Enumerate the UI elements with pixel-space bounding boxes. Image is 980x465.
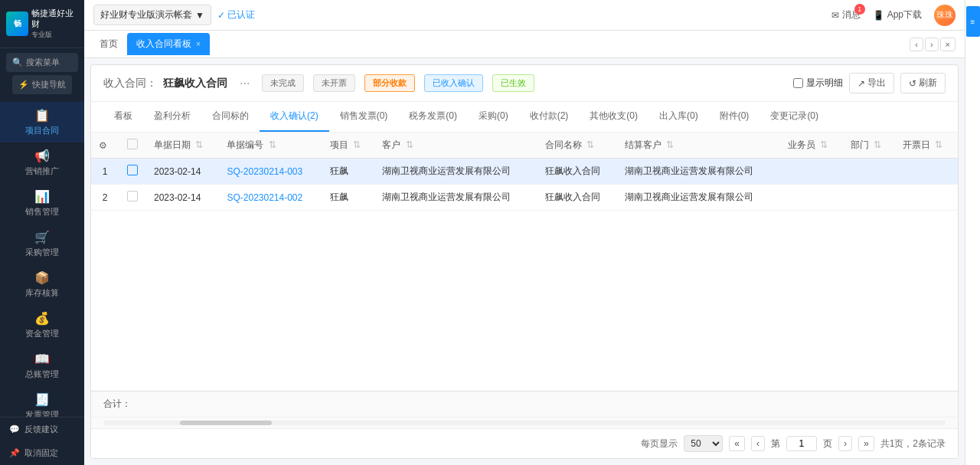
active-tab[interactable]: 收入合同看板 × xyxy=(127,33,210,55)
logo-icon: 畅 xyxy=(6,11,28,36)
user-avatar[interactable]: 珠珠 xyxy=(934,5,956,26)
logo-subtitle: 专业版 xyxy=(31,30,78,40)
tab-contract-items[interactable]: 合同标的 xyxy=(201,102,260,132)
pagination: 每页显示 50 10 20 100 « ‹ 第 页 › » 共1页，2条记录 xyxy=(91,428,958,458)
next-page-button[interactable]: › xyxy=(838,436,852,451)
tab-purchase[interactable]: 采购(0) xyxy=(468,102,519,132)
tab-income-confirm[interactable]: 收入确认(2) xyxy=(260,102,329,132)
quick-nav-button[interactable]: ⚡ 快捷导航 xyxy=(12,75,72,94)
tab-other-income[interactable]: 其他收支(0) xyxy=(579,102,648,132)
logo-text: 畅捷通好业财 xyxy=(31,8,78,30)
row2-number-link[interactable]: SQ-20230214-002 xyxy=(227,192,302,203)
header-checkbox[interactable] xyxy=(127,139,138,149)
tab-close-all-button[interactable]: × xyxy=(940,38,956,51)
tab-tax-invoice[interactable]: 税务发票(0) xyxy=(398,102,468,132)
col-settle-customer-sort-icon[interactable]: ⇅ xyxy=(666,139,674,150)
tab-change-log[interactable]: 变更记录(0) xyxy=(760,102,829,132)
quick-nav-label: 快捷导航 xyxy=(32,79,66,90)
tab-attachments[interactable]: 附件(0) xyxy=(709,102,760,132)
col-contract-sort-icon[interactable]: ⇅ xyxy=(586,139,594,150)
row2-project: 狂飙 xyxy=(322,185,374,211)
message-button[interactable]: ✉ 消息 1 xyxy=(831,8,861,21)
settings-gear-icon[interactable]: ⚙ xyxy=(99,140,107,151)
sidebar-item-unpin[interactable]: 📌 取消固定 xyxy=(0,441,84,465)
data-table: ⚙ 单据日期 ⇅ 单据编号 ⇅ xyxy=(91,133,958,211)
app-download-button[interactable]: 📱 App下载 xyxy=(873,8,922,21)
export-button[interactable]: ↗ 导出 xyxy=(849,73,894,93)
row1-number-link[interactable]: SQ-20230214-003 xyxy=(227,166,302,177)
table-row[interactable]: 2 2023-02-14 SQ-20230214-002 狂飙 湖南卫视商业运营… xyxy=(91,185,958,211)
status-incomplete[interactable]: 未完成 xyxy=(262,74,304,92)
export-label: 导出 xyxy=(867,77,886,90)
search-menu-button[interactable]: 🔍 搜索菜单 xyxy=(6,53,78,72)
first-page-button[interactable]: « xyxy=(729,436,745,451)
page-number-input[interactable] xyxy=(786,436,817,451)
sidebar-item-invoice[interactable]: 🧾 发票管理 xyxy=(0,386,84,417)
contract-title-value: 狂飙收入合同 xyxy=(163,77,227,90)
col-department-sort-icon[interactable]: ⇅ xyxy=(874,139,881,150)
sidebar-item-feedback[interactable]: 💬 反馈建议 xyxy=(0,418,84,441)
status-uninvoiced[interactable]: 未开票 xyxy=(313,74,355,92)
sidebar-item-finance[interactable]: 💰 资金管理 xyxy=(0,305,84,345)
show-detail-checkbox-input[interactable] xyxy=(793,78,803,88)
col-salesperson-sort-icon[interactable]: ⇅ xyxy=(820,139,828,150)
tab-receipt-payment[interactable]: 收付款(2) xyxy=(519,102,580,132)
sidebar-item-ledger[interactable]: 📖 总账管理 xyxy=(0,345,84,386)
tab-close-button[interactable]: × xyxy=(196,40,201,48)
status-active[interactable]: 已生效 xyxy=(492,74,534,92)
prev-page-button[interactable]: ‹ xyxy=(751,436,765,451)
row1-number: SQ-20230214-003 xyxy=(219,159,322,185)
col-open-date-sort-icon[interactable]: ⇅ xyxy=(935,139,942,150)
more-button[interactable]: ··· xyxy=(237,77,253,90)
tab-prev-button[interactable]: ‹ xyxy=(910,38,923,51)
feedback-label: 反馈建议 xyxy=(24,424,58,435)
table-row[interactable]: 1 2023-02-14 SQ-20230214-003 狂飙 湖南卫视商业运营… xyxy=(91,159,958,185)
page-info: 共1页，2条记录 xyxy=(880,437,946,450)
company-selector[interactable]: 好业财专业版演示帐套 ▼ xyxy=(93,5,211,25)
col-settings: ⚙ xyxy=(91,133,119,159)
sidebar-item-purchase[interactable]: 🛒 采购管理 xyxy=(0,224,84,264)
col-project-sort-icon[interactable]: ⇅ xyxy=(353,139,361,150)
sidebar-item-marketing[interactable]: 📢 营销推广 xyxy=(0,142,84,183)
tab-warehouse[interactable]: 出入库(0) xyxy=(648,102,709,132)
row2-checkbox[interactable] xyxy=(127,191,138,201)
project-contract-icon: 📋 xyxy=(34,108,50,123)
sidebar-item-project-contract[interactable]: 📋 项目合同 xyxy=(0,102,84,142)
tab-sales-invoice[interactable]: 销售发票(0) xyxy=(329,102,399,132)
scrollbar-area xyxy=(91,417,958,428)
status-partial-receipt[interactable]: 部分收款 xyxy=(364,74,415,92)
app-header: 好业财专业版演示帐套 ▼ ✓ 已认证 ✉ 消息 1 📱 App下载 珠珠 xyxy=(84,0,965,31)
scroll-thumb[interactable] xyxy=(180,421,272,425)
row2-customer: 湖南卫视商业运营发展有限公司 xyxy=(374,185,537,211)
row1-checkbox[interactable] xyxy=(127,165,138,175)
col-customer-sort-icon[interactable]: ⇅ xyxy=(406,139,413,150)
total-row: 合计： xyxy=(103,398,946,411)
refresh-button[interactable]: ↺ 刷新 xyxy=(900,73,946,93)
col-salesperson: 业务员 ⇅ xyxy=(780,133,843,159)
company-dropdown-icon: ▼ xyxy=(195,10,204,21)
tab-kanban[interactable]: 看板 xyxy=(103,102,143,132)
col-date-sort-icon[interactable]: ⇅ xyxy=(195,139,203,150)
home-tab[interactable]: 首页 xyxy=(93,38,124,51)
right-sidebar-action[interactable]: ≡ xyxy=(966,6,980,37)
sidebar-item-inventory[interactable]: 📦 库存核算 xyxy=(0,264,84,305)
sidebar-item-sales[interactable]: 📊 销售管理 xyxy=(0,183,84,224)
last-page-button[interactable]: » xyxy=(858,436,874,451)
row1-open-date xyxy=(895,159,958,185)
status-confirmed[interactable]: 已收入确认 xyxy=(424,74,483,92)
page-size-select[interactable]: 50 10 20 100 xyxy=(684,435,723,452)
right-sidebar: ≡ xyxy=(965,0,980,465)
col-number-sort-icon[interactable]: ⇅ xyxy=(269,139,276,150)
show-detail-toggle[interactable]: 显示明细 xyxy=(793,77,843,90)
tab-next-button[interactable]: › xyxy=(925,38,939,51)
tab-profit[interactable]: 盈利分析 xyxy=(143,102,201,132)
page-label-after: 页 xyxy=(823,437,832,450)
invoice-icon: 🧾 xyxy=(34,392,50,407)
row2-contract: 狂飙收入合同 xyxy=(537,185,617,211)
col-project-label: 项目 xyxy=(330,139,348,150)
sidebar-item-label: 采购管理 xyxy=(25,247,59,258)
col-date: 单据日期 ⇅ xyxy=(146,133,219,159)
scroll-track xyxy=(103,421,946,425)
certified-badge: ✓ 已认证 xyxy=(217,8,255,21)
main-content: 好业财专业版演示帐套 ▼ ✓ 已认证 ✉ 消息 1 📱 App下载 珠珠 xyxy=(84,0,965,465)
